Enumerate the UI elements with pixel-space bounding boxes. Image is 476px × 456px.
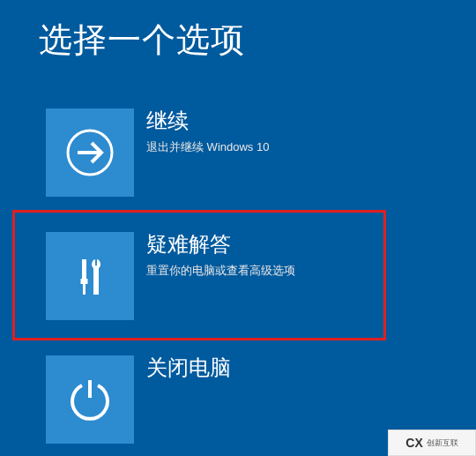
troubleshoot-text: 疑难解答 重置你的电脑或查看高级选项 — [134, 232, 295, 279]
page-title: 选择一个选项 — [0, 0, 476, 63]
continue-subtitle: 退出并继续 Windows 10 — [146, 139, 269, 155]
shutdown-title: 关闭电脑 — [146, 355, 231, 381]
svg-rect-4 — [83, 284, 86, 295]
tools-icon — [68, 254, 112, 298]
watermark: CX 创新互联 — [388, 430, 476, 456]
continue-option[interactable]: 继续 退出并继续 Windows 10 — [46, 108, 476, 197]
watermark-text: 创新互联 — [427, 439, 458, 447]
continue-icon-box — [46, 108, 134, 197]
arrow-right-icon — [65, 128, 115, 177]
troubleshoot-icon-box — [46, 232, 134, 320]
power-icon — [67, 377, 113, 422]
shutdown-text: 关闭电脑 — [134, 355, 231, 381]
svg-rect-3 — [81, 279, 88, 284]
shutdown-icon-box — [46, 355, 134, 444]
options-list: 继续 退出并继续 Windows 10 疑难解答 重置你的电脑或查看高级选项 — [0, 108, 476, 444]
continue-title: 继续 — [146, 108, 269, 134]
troubleshoot-subtitle: 重置你的电脑或查看高级选项 — [146, 263, 295, 279]
troubleshoot-title: 疑难解答 — [146, 232, 295, 258]
watermark-logo: CX — [405, 436, 422, 450]
svg-rect-2 — [82, 259, 86, 279]
continue-text: 继续 退出并继续 Windows 10 — [134, 108, 269, 155]
troubleshoot-option[interactable]: 疑难解答 重置你的电脑或查看高级选项 — [46, 232, 476, 320]
